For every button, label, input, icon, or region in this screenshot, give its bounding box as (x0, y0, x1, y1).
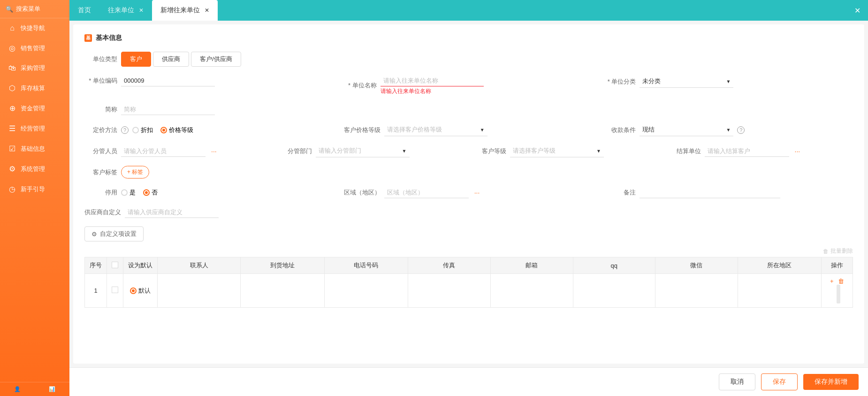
sidebar-item-system[interactable]: ⚙ 系统管理 (0, 159, 69, 179)
manager-label: 分管人员 (84, 147, 117, 155)
sidebar-item-basic-info[interactable]: ☑ 基础信息 (0, 139, 69, 159)
cell-email[interactable] (490, 274, 573, 308)
radio-no[interactable]: 否 (143, 188, 158, 197)
tab-unit-new[interactable]: 新增往来单位 ✕ (152, 0, 218, 21)
tab-unit-new-close[interactable]: ✕ (205, 7, 209, 14)
payment-terms-select[interactable]: 现结 ▼ (640, 124, 733, 136)
save-button[interactable]: 保存 (761, 373, 798, 390)
user-icon: 👤 (14, 386, 21, 392)
sidebar: 🔍 搜索菜单 ⌂ 快捷导航 ◎ 销售管理 🛍 采购管理 ⬡ 库存核算 ⊕ 资金管… (0, 0, 69, 396)
unit-code-input[interactable] (121, 75, 215, 86)
radio-no-label: 否 (152, 188, 158, 197)
supplier-custom-label: 供应商自定义 (84, 208, 121, 217)
manager-field: 分管人员 ··· (84, 146, 270, 157)
radio-yes-circle (121, 189, 128, 196)
radio-price-level[interactable]: 价格等级 (160, 126, 193, 134)
pricing-help-icon[interactable]: ? (121, 126, 129, 134)
sidebar-item-operations[interactable]: ☰ 经营管理 (0, 118, 69, 139)
type-btn-customer[interactable]: 客户 (121, 52, 151, 67)
guide-icon: ◷ (8, 185, 17, 194)
customer-level-select[interactable]: 请选择客户等级 ▼ (510, 145, 604, 157)
email-input[interactable] (495, 287, 568, 294)
sidebar-item-purchase[interactable]: 🛍 采购管理 (0, 58, 69, 78)
save-new-button[interactable]: 保存并新增 (803, 374, 859, 390)
payment-terms-help-icon[interactable]: ? (737, 126, 745, 134)
radio-discount[interactable]: 折扣 (132, 126, 153, 134)
sidebar-bottom-stats[interactable]: 📊 (49, 386, 55, 392)
type-btn-both[interactable]: 客户/供应商 (191, 52, 241, 67)
phone-input[interactable] (329, 287, 403, 294)
add-row-btn[interactable]: + (830, 278, 834, 285)
row-checkbox[interactable] (112, 287, 118, 293)
sidebar-item-finance[interactable]: ⊕ 资金管理 (0, 98, 69, 118)
supplier-custom-input[interactable] (125, 207, 219, 218)
tab-bar-close-button[interactable]: ✕ (847, 6, 868, 15)
cell-contact[interactable] (158, 274, 241, 308)
unit-category-select[interactable]: 未分类 ▼ (640, 75, 733, 88)
department-placeholder: 请输入分管部门 (319, 147, 361, 155)
finance-icon: ⊕ (8, 104, 17, 113)
unit-name-input[interactable] (381, 75, 484, 86)
default-radio[interactable]: 默认 (128, 287, 152, 295)
remark-input[interactable] (640, 187, 780, 198)
col-checkbox-header[interactable] (107, 257, 123, 274)
region-more-btn[interactable]: ··· (472, 189, 482, 196)
customer-level-field: 客户等级 请选择客户等级 ▼ (473, 145, 659, 157)
tab-unit-list-close[interactable]: ✕ (139, 7, 144, 14)
manager-input[interactable] (121, 146, 206, 157)
customer-price-select[interactable]: 请选择客户价格等级 ▼ (384, 124, 487, 136)
cell-address[interactable] (241, 274, 324, 308)
radio-yes[interactable]: 是 (121, 188, 136, 197)
cell-wechat[interactable] (655, 274, 738, 308)
payment-terms-field: 收款条件 现结 ▼ ? (603, 124, 853, 136)
cell-default[interactable]: 默认 (123, 274, 158, 308)
cell-fax[interactable] (408, 274, 490, 308)
system-icon: ⚙ (8, 164, 17, 173)
unit-info-row: * 单位编码 * 单位名称 请输入往来单位名称 * 单位分类 未分类 ▼ (84, 75, 853, 95)
region-input[interactable] (384, 187, 469, 198)
region-input-table[interactable] (743, 287, 816, 294)
unit-category-value: 未分类 (642, 77, 661, 85)
cell-region[interactable] (738, 274, 821, 308)
sidebar-bottom-user[interactable]: 👤 (14, 386, 21, 392)
select-all-checkbox[interactable] (112, 262, 118, 268)
add-tag-button[interactable]: + 标签 (121, 166, 149, 179)
custom-setting-button[interactable]: ⚙ 自定义项设置 (84, 226, 144, 241)
tab-home[interactable]: 首页 (69, 0, 99, 21)
default-radio-circle (130, 287, 137, 294)
sidebar-label: 销售管理 (21, 44, 45, 53)
contact-input[interactable] (162, 287, 236, 294)
customer-tag-row: 客户标签 + 标签 (84, 166, 853, 179)
col-default: 设为默认 (123, 257, 158, 274)
search-menu[interactable]: 🔍 搜索菜单 (0, 0, 69, 18)
type-btn-supplier[interactable]: 供应商 (153, 52, 189, 67)
batch-delete-button[interactable]: 🗑 批量删除 (823, 247, 853, 255)
sidebar-bottom: 👤 📊 (0, 382, 69, 396)
radio-yes-label: 是 (129, 188, 136, 197)
settlement-unit-input[interactable] (705, 146, 789, 157)
batch-delete-label: 批量删除 (830, 247, 853, 255)
col-phone: 电话号码 (324, 257, 408, 274)
sidebar-item-sales[interactable]: ◎ 销售管理 (0, 38, 69, 58)
cancel-button[interactable]: 取消 (719, 373, 755, 390)
sidebar-item-inventory[interactable]: ⬡ 库存核算 (0, 78, 69, 98)
settlement-more-btn[interactable]: ··· (793, 148, 802, 155)
department-select[interactable]: 请输入分管部门 ▼ (316, 145, 410, 157)
manager-more-btn[interactable]: ··· (209, 148, 219, 155)
address-input[interactable] (245, 287, 319, 294)
cell-phone[interactable] (324, 274, 408, 308)
col-qq: qq (573, 257, 655, 274)
wechat-input[interactable] (660, 287, 733, 294)
tab-unit-list[interactable]: 往来单位 ✕ (99, 0, 152, 21)
sidebar-item-quick-nav[interactable]: ⌂ 快捷导航 (0, 18, 69, 38)
drag-handle[interactable] (837, 285, 840, 303)
qq-input[interactable] (578, 287, 650, 294)
chevron-down-icon-3: ▼ (726, 127, 731, 132)
cell-qq[interactable] (573, 274, 655, 308)
short-name-input[interactable] (121, 104, 215, 115)
sidebar-item-guide[interactable]: ◷ 新手引导 (0, 179, 69, 199)
cell-checkbox[interactable] (107, 274, 123, 308)
search-icon: 🔍 (6, 6, 13, 13)
fax-input[interactable] (413, 287, 486, 294)
delete-row-btn[interactable]: 🗑 (838, 278, 844, 285)
